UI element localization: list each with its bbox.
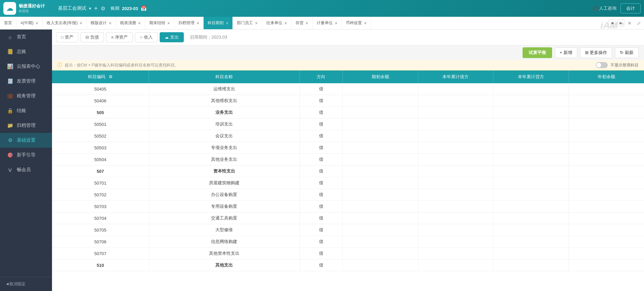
add-button[interactable]: + 新增 [555, 47, 577, 58]
tab-close-income[interactable]: × [79, 20, 82, 26]
cell-period-balance[interactable] [342, 142, 418, 154]
tab-close-template[interactable]: × [109, 20, 111, 26]
sidebar-item-home[interactable]: ⌂首页 [0, 30, 52, 44]
sub-tab-liability[interactable]: ⊟负债 [80, 32, 104, 42]
table-wrapper[interactable]: 科目编码 ⚙ 科目名称 方向 期初余额 本年累计借方 本年累计贷方 年初余额 5… [52, 70, 644, 291]
cell-period-balance[interactable] [342, 107, 418, 118]
table-row[interactable]: 507资本性支出借 [52, 165, 644, 177]
tab-close-all-btn[interactable]: ✕ [626, 19, 633, 27]
table-row[interactable]: 50503专项业务支出借 [52, 142, 644, 154]
tab-close-subject_init[interactable]: × [226, 20, 228, 26]
sub-tab-income[interactable]: ○收入 [135, 32, 157, 42]
sidebar-item-archive[interactable]: 📁归档管理 [0, 118, 52, 133]
table-row[interactable]: 510其他支出借 [52, 259, 644, 271]
cell-year-credit [493, 95, 569, 107]
cell-period-balance[interactable] [342, 224, 418, 236]
gear-icon[interactable]: ⚙ [109, 74, 113, 79]
cell-period-balance[interactable] [342, 95, 418, 107]
cell-period-balance[interactable] [342, 83, 418, 95]
tab-currency[interactable]: 币种设置× [342, 17, 371, 29]
tab-partners[interactable]: 往来单位× [262, 17, 291, 29]
tab-home[interactable]: 首页 [0, 17, 16, 29]
settings-icon[interactable]: ⚙ [101, 5, 105, 12]
sidebar-item-ledger[interactable]: 📒总账 [0, 44, 52, 59]
sidebar-item-tax[interactable]: 💼税务管理 [0, 89, 52, 103]
table-row[interactable]: 50405运维维支出借 [52, 83, 644, 95]
cell-year-balance [569, 189, 644, 201]
sub-tab-bar: □资产⊟负债≡净资产○收入☁支出 启用期间：2023.03 [52, 30, 644, 45]
sidebar-item-guide[interactable]: 🎯新手引导 [0, 148, 52, 162]
more-button[interactable]: ⊞ 更多操作 [580, 47, 612, 58]
table-row[interactable]: 50504其他业务支出借 [52, 154, 644, 165]
table-row[interactable]: 50406其他维权支出借 [52, 95, 644, 107]
cell-period-balance[interactable] [342, 154, 418, 165]
table-row[interactable]: 505业务支出借 [52, 107, 644, 118]
refresh-button[interactable]: ↻ 刷新 [615, 47, 639, 58]
col-year-debit: 本年累计借方 [418, 70, 493, 83]
table-row[interactable]: 50702办公设备购置借 [52, 189, 644, 201]
tab-tax[interactable]: 税表清册× [116, 17, 145, 29]
table-row[interactable]: 50707其他资本性支出借 [52, 248, 644, 259]
cell-period-balance[interactable] [342, 236, 418, 248]
tab-archive[interactable]: 归档管理× [174, 17, 204, 29]
cell-period-balance[interactable] [342, 248, 418, 259]
sidebar-item-invoice[interactable]: 🧾发票管理 [0, 74, 52, 89]
tab-close-partners[interactable]: × [284, 20, 287, 26]
tab-dept[interactable]: 部门员工× [233, 17, 262, 29]
table-row[interactable]: 50706信息网络购建借 [52, 236, 644, 248]
cell-period-balance[interactable] [342, 177, 418, 189]
cell-period-balance[interactable] [342, 189, 418, 201]
tab-close-currency[interactable]: × [364, 20, 367, 26]
tab-close-unit[interactable]: × [335, 20, 337, 26]
tab-next-btn[interactable]: ▶ [617, 19, 625, 27]
sidebar-item-settings[interactable]: ⚙基础设置 [0, 133, 52, 148]
table-row[interactable]: 50704交通工具购置借 [52, 212, 644, 224]
period-value: 2023-03 [122, 6, 138, 11]
sidebar-item-reports[interactable]: 📊云报表中心 [0, 59, 52, 74]
tab-expand-btn[interactable]: ⤢ [635, 19, 643, 27]
cell-dir: 借 [300, 83, 342, 95]
cell-name: 培训支出 [149, 118, 300, 130]
sub-tab-expense[interactable]: ☁支出 [160, 32, 184, 42]
tab-prev-btn[interactable]: ◀ [608, 19, 616, 27]
tab-inventory[interactable]: 存货× [291, 17, 313, 29]
dropdown-icon[interactable]: ▾ [89, 6, 91, 11]
cell-period-balance[interactable] [342, 118, 418, 130]
table-row[interactable]: 50703专用设备购置借 [52, 201, 644, 212]
cell-period-balance[interactable] [342, 259, 418, 271]
cell-period-balance[interactable] [342, 212, 418, 224]
tab-label-tax: 税表清册 [120, 20, 136, 26]
tab-close-inventory[interactable]: × [306, 20, 308, 26]
sub-tab-asset[interactable]: □资产 [56, 32, 78, 42]
tab-close-mid[interactable]: × [36, 20, 38, 26]
tab-label-unit: 计量单位 [317, 20, 333, 26]
tab-income[interactable]: 收入支出表(年报)× [43, 17, 87, 29]
tab-period_end[interactable]: 期末结转× [145, 17, 174, 29]
tab-subject_init[interactable]: 科目期初× [204, 17, 233, 29]
sidebar-item-close[interactable]: 🔒结账 [0, 103, 52, 118]
cell-period-balance[interactable] [342, 130, 418, 142]
tab-template[interactable]: 模版设计× [87, 17, 116, 29]
cell-period-balance[interactable] [342, 165, 418, 177]
add-project-btn[interactable]: + [94, 5, 98, 12]
table-row[interactable]: 50501培训支出借 [52, 118, 644, 130]
sub-tab-net_asset[interactable]: ≡净资产 [106, 32, 133, 42]
tab-close-dept[interactable]: × [255, 20, 258, 26]
table-row[interactable]: 50502会议支出借 [52, 130, 644, 142]
tab-close-archive[interactable]: × [197, 20, 199, 26]
account-button[interactable]: 会计 [621, 3, 641, 13]
cell-year-balance [569, 212, 644, 224]
tab-close-period_end[interactable]: × [167, 20, 170, 26]
table-row[interactable]: 50705大型修缮借 [52, 224, 644, 236]
sidebar-collapse-btn[interactable]: ◄取消固定 [0, 277, 52, 291]
cell-period-balance[interactable] [342, 201, 418, 212]
sidebar-item-member[interactable]: V畅会员 [0, 162, 52, 177]
toggle-switch[interactable] [596, 62, 608, 68]
balance-button[interactable]: 试算平衡 [523, 47, 552, 58]
tab-close-tax[interactable]: × [138, 20, 141, 26]
calendar-icon[interactable]: 📅 [141, 5, 147, 11]
table-row[interactable]: 50701房屋建筑物购建借 [52, 177, 644, 189]
tab-mid[interactable]: ≡(中期)× [16, 17, 43, 29]
help-btn[interactable]: 🎧 人工咨询 [592, 5, 616, 11]
tab-unit[interactable]: 计量单位× [313, 17, 342, 29]
